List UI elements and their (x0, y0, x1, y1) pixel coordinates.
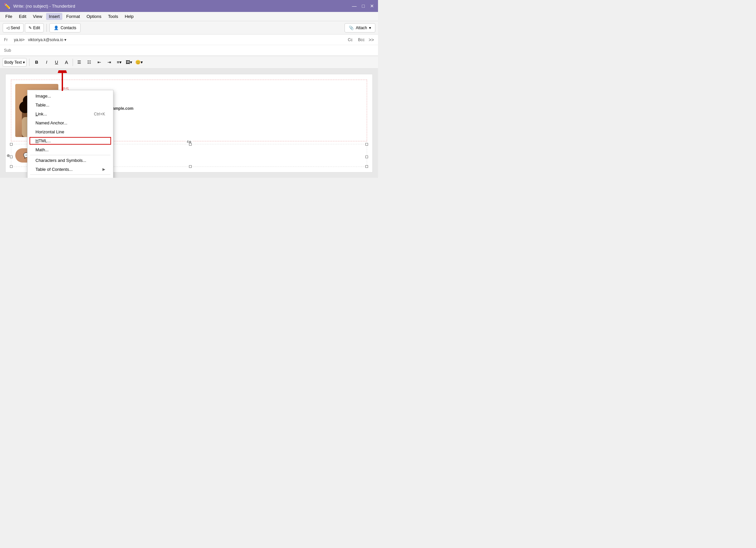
window-title: Write: (no subject) - Thunderbird (13, 4, 75, 9)
attach-dropdown-icon: ▾ (369, 26, 371, 30)
attach-button[interactable]: 📎 Attach ▾ (345, 23, 375, 32)
handle-mr[interactable] (365, 155, 368, 158)
strikethrough-button[interactable]: A (62, 58, 71, 67)
outdent-button[interactable]: ⇤ (95, 58, 103, 67)
toolbar-separator-1 (46, 24, 47, 32)
cc-button[interactable]: Cc (347, 37, 354, 42)
menu-bar: File Edit View Insert Format Options Too… (0, 12, 378, 21)
emoji-button[interactable]: 😊▾ (135, 58, 143, 67)
maximize-button[interactable]: □ (362, 3, 365, 9)
menu-help[interactable]: Help (122, 13, 136, 20)
contacts-button[interactable]: 👤 Contacts (49, 23, 81, 32)
format-bar: Body Text ▾ B I U A ☰ ☷ ⇤ ⇥ ≡▾ 🖼▾ 😊▾ (0, 56, 378, 69)
dropdown-table[interactable]: Table... (28, 100, 113, 109)
handle-ml[interactable] (10, 155, 13, 158)
window-controls: — □ ✕ (352, 3, 374, 9)
handle-tr[interactable] (365, 143, 368, 146)
format-separator-1 (29, 59, 30, 66)
menu-format[interactable]: Format (64, 13, 83, 20)
handle-bm[interactable] (189, 165, 192, 168)
menu-file[interactable]: File (3, 13, 15, 20)
dropdown-html[interactable]: HTML... (28, 136, 113, 145)
bcc-button[interactable]: Bcc (357, 37, 366, 42)
handle-br[interactable] (365, 165, 368, 168)
ordered-list-button[interactable]: ☷ (85, 58, 94, 67)
edit-button[interactable]: ✎ Edit (25, 23, 44, 32)
dropdown-image[interactable]: Image... (28, 91, 113, 100)
format-separator-2 (73, 59, 73, 66)
app-icon: ✏️ (4, 3, 11, 9)
menu-view[interactable]: View (30, 13, 45, 20)
submenu-arrow: ▶ (102, 167, 105, 171)
from-dropdown-icon[interactable]: ▾ (64, 37, 66, 42)
menu-edit[interactable]: Edit (16, 13, 29, 20)
dropdown-math[interactable]: Math... (28, 145, 113, 154)
subject-input[interactable] (14, 48, 374, 53)
header-fields: Fr ya.io> viktoriya.k@solva.io ▾ Cc Bcc … (0, 34, 378, 56)
cc-bcc-actions: Cc Bcc >> (347, 37, 374, 42)
dropdown-separator-2 (30, 174, 110, 175)
italic-button[interactable]: I (42, 58, 51, 67)
unordered-list-button[interactable]: ☰ (75, 58, 84, 67)
menu-options[interactable]: Options (84, 13, 104, 20)
link-shortcut: Ctrl+K (94, 112, 105, 116)
editor-area: es Phone: 5-0165 om E-mail: rosalie_mose… (0, 69, 378, 178)
dropdown-separator-1 (30, 155, 110, 155)
minimize-button[interactable]: — (352, 3, 357, 9)
subject-row: Sub (0, 45, 378, 56)
underline-button[interactable]: U (52, 58, 61, 67)
image-insert-button[interactable]: 🖼▾ (125, 58, 133, 67)
dropdown-characters[interactable]: Characters and Symbols... (28, 156, 113, 165)
bold-button[interactable]: B (32, 58, 41, 67)
menu-insert[interactable]: Insert (46, 13, 62, 20)
edit-icon: ✎ (29, 26, 32, 30)
close-button[interactable]: ✕ (370, 3, 374, 9)
subject-label: Sub (4, 48, 14, 53)
from-label: Fr (4, 37, 14, 42)
paperclip-icon: 📎 (349, 26, 354, 30)
from-row: Fr ya.io> viktoriya.k@solva.io ▾ Cc Bcc … (0, 34, 378, 45)
menu-tools[interactable]: Tools (105, 13, 121, 20)
dropdown-toc[interactable]: Table of Contents... ▶ (28, 165, 113, 174)
send-icon: ◁ (6, 26, 9, 30)
expand-button[interactable]: >> (369, 37, 374, 42)
dropdown-named-anchor[interactable]: Named Anchor... (28, 118, 113, 127)
from-value: ya.io> viktoriya.k@solva.io ▾ (14, 37, 347, 42)
handle-tm[interactable] (189, 143, 192, 146)
title-bar: ✏️ Write: (no subject) - Thunderbird — □… (0, 0, 378, 12)
resize-handle-left: ⊕ (7, 153, 10, 158)
indent-button[interactable]: ⇥ (105, 58, 113, 67)
dropdown-link[interactable]: Link... Ctrl+K (28, 109, 113, 118)
toolbar: ◁ Send ✎ Edit 👤 Contacts 📎 Attach ▾ (0, 21, 378, 34)
body-text-dropdown-icon: ▾ (23, 60, 25, 65)
contacts-icon: 👤 (54, 26, 59, 30)
dropdown-horizontal-line[interactable]: Horizontal Line (28, 127, 113, 136)
dropdown-break-below[interactable]: Break Below Image(s) (28, 175, 113, 178)
align-button[interactable]: ≡▾ (115, 58, 123, 67)
send-button[interactable]: ◁ Send (3, 23, 24, 32)
handle-tl[interactable] (10, 143, 13, 146)
handle-bl[interactable] (10, 165, 13, 168)
body-text-select[interactable]: Body Text ▾ (3, 58, 27, 67)
insert-dropdown-menu: Image... Table... Link... Ctrl+K Named A… (27, 90, 113, 178)
